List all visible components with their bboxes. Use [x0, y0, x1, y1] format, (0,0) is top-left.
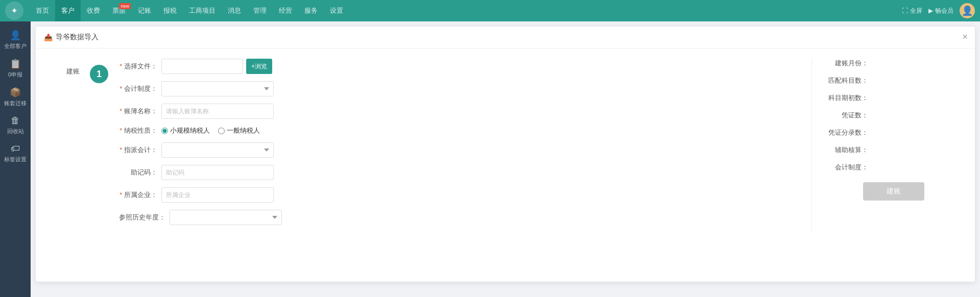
step-section: 建账 1 选择文件： +浏览 [36, 59, 811, 232]
dialog-close-button[interactable]: × [962, 32, 968, 42]
memo-code-row: 助记码： [116, 165, 791, 180]
voucher-label: 凭证数： [822, 111, 868, 120]
accounting-system-row: 会计制度： [116, 81, 791, 96]
dialog-header: 📤 导爷数据导入 × [36, 27, 975, 48]
nav-item-settings[interactable]: 设置 [324, 0, 349, 21]
ledger-name-row: 账簿名称： [116, 104, 791, 119]
left-sidebar: 👤 全部客户 📋 0申报 📦 账套迁移 🗑 回收站 🏷 标签设置 [0, 21, 31, 297]
assign-accountant-label: 指派会计： [116, 145, 157, 155]
app-logo: ✦ [5, 2, 23, 20]
nav-item-bookkeeping[interactable]: 记账 [132, 0, 157, 21]
radio-small-taxpayer[interactable]: 小规模纳税人 [161, 126, 210, 135]
tag-settings-icon: 🏷 [11, 143, 20, 154]
match-subjects-row: 匹配科目数： [822, 76, 965, 85]
nav-item-fees[interactable]: 收费 [81, 0, 106, 21]
initial-subjects-row: 科目期初数： [822, 93, 965, 103]
top-navigation: ✦ 首页 客户 收费 票据 new 记账 报税 工商项目 消息 管理 经营 服务… [0, 0, 980, 21]
memo-code-label: 助记码： [116, 168, 157, 177]
import-icon: 📤 [44, 33, 53, 41]
fullscreen-icon: ⛶ [902, 7, 908, 14]
nav-item-tax[interactable]: 报税 [157, 0, 183, 21]
accounting-system-select[interactable] [161, 81, 274, 96]
radio-general-taxpayer[interactable]: 一般纳税人 [218, 126, 260, 135]
sidebar-item-account-migration[interactable]: 📦 账套迁移 [0, 83, 31, 111]
build-month-row: 建账月份： [822, 59, 965, 68]
initial-subjects-label: 科目期初数： [822, 93, 868, 103]
form-area: 选择文件： +浏览 会计制度： [116, 59, 791, 232]
nav-item-management[interactable]: 管理 [247, 0, 273, 21]
tax-type-row: 纳税性质： 小规模纳税人 一般纳税人 [116, 126, 791, 135]
memo-code-input[interactable] [161, 165, 274, 180]
build-month-label: 建账月份： [822, 59, 868, 68]
fullscreen-button[interactable]: ⛶ 全屏 [902, 7, 922, 15]
company-label: 所属企业： [116, 190, 157, 200]
file-row: 选择文件： +浏览 [116, 59, 791, 74]
main-content: 📤 导爷数据导入 × 建账 1 选择文件： [31, 21, 980, 297]
new-badge: new [119, 3, 131, 9]
right-accounting-system-label: 会计制度： [822, 163, 868, 172]
create-account-button[interactable]: 建账 [863, 182, 924, 201]
nav-item-business[interactable]: 工商项目 [183, 0, 222, 21]
file-text-input[interactable] [161, 59, 243, 74]
nav-item-services[interactable]: 服务 [298, 0, 324, 21]
all-clients-icon: 👤 [10, 30, 21, 41]
tax-type-label: 纳税性质： [116, 126, 157, 135]
company-input[interactable] [161, 187, 274, 203]
ledger-name-input[interactable] [161, 104, 274, 119]
step-circle: 1 [90, 65, 108, 83]
browse-button[interactable]: +浏览 [246, 59, 272, 74]
user-avatar[interactable]: 👤 [960, 3, 975, 18]
sidebar-item-recycle-bin[interactable]: 🗑 回收站 [0, 111, 31, 139]
sidebar-item-all-clients[interactable]: 👤 全部客户 [0, 26, 31, 54]
file-label: 选择文件： [116, 62, 157, 71]
nav-item-messages[interactable]: 消息 [222, 0, 247, 21]
vip-icon: ▶ [928, 7, 933, 14]
right-accounting-system-row: 会计制度： [822, 163, 965, 172]
voucher-entries-row: 凭证分录数： [822, 128, 965, 137]
assign-accountant-row: 指派会计： [116, 142, 791, 158]
company-row: 所属企业： [116, 187, 791, 203]
ledger-name-label: 账簿名称： [116, 107, 157, 116]
sidebar-item-tag-settings[interactable]: 🏷 标签设置 [0, 139, 31, 167]
nav-item-clients[interactable]: 客户 [55, 0, 81, 21]
vip-button[interactable]: ▶ 畅会员 [928, 7, 953, 15]
aux-accounting-label: 辅助核算： [822, 145, 868, 155]
import-dialog: 📤 导爷数据导入 × 建账 1 选择文件： [36, 27, 975, 282]
history-year-label: 参照历史年度： [116, 213, 165, 222]
dialog-body: 建账 1 选择文件： +浏览 [36, 48, 975, 242]
history-year-row: 参照历史年度： [116, 210, 791, 225]
file-input-group: +浏览 [161, 59, 272, 74]
match-subjects-label: 匹配科目数： [822, 76, 868, 85]
accounting-system-label: 会计制度： [116, 84, 157, 93]
nav-item-home[interactable]: 首页 [30, 0, 55, 21]
assign-accountant-select[interactable] [161, 142, 274, 158]
right-panel: 建账月份： 匹配科目数： 科目期初数： 凭证数： 凭证分录数： [811, 59, 975, 232]
tax-type-radio-group: 小规模纳税人 一般纳税人 [161, 126, 260, 135]
recycle-bin-icon: 🗑 [11, 115, 20, 126]
avatar-icon: 👤 [962, 5, 973, 16]
aux-accounting-row: 辅助核算： [822, 145, 965, 155]
dialog-title: 导爷数据导入 [56, 33, 99, 42]
history-year-select[interactable] [170, 210, 282, 225]
nav-right-actions: ⛶ 全屏 ▶ 畅会员 👤 [902, 3, 975, 18]
voucher-row: 凭证数： [822, 111, 965, 120]
nav-item-invoices[interactable]: 票据 new [106, 0, 132, 21]
sidebar-item-zero-declaration[interactable]: 📋 0申报 [0, 54, 31, 83]
zero-declaration-icon: 📋 [10, 58, 21, 69]
account-migration-icon: 📦 [10, 87, 21, 98]
voucher-entries-label: 凭证分录数： [822, 128, 868, 137]
step-label: 建账 [66, 62, 80, 76]
nav-item-operations[interactable]: 经营 [273, 0, 298, 21]
